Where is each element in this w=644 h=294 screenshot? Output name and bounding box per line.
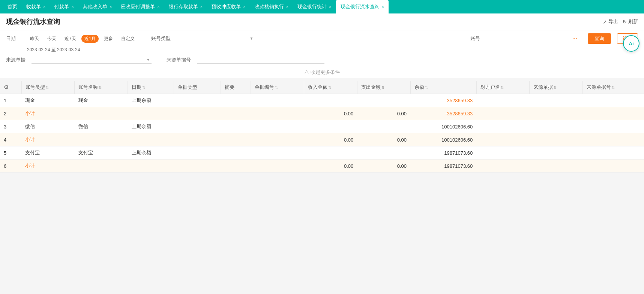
sort-date-icon[interactable]: ⇅ bbox=[142, 85, 145, 90]
collapse-bar[interactable]: △ 收起更多条件 bbox=[6, 67, 638, 76]
td-account-type: 支付宝 bbox=[21, 146, 75, 160]
td-doc-no bbox=[251, 160, 304, 173]
td-balance: -3528659.33 bbox=[410, 94, 476, 107]
date-btn-more[interactable]: 更多 bbox=[101, 35, 116, 43]
td-income: 0.00 bbox=[304, 107, 357, 120]
sort-expense-icon[interactable]: ⇅ bbox=[381, 85, 384, 90]
close-receipt-verify-icon[interactable]: × bbox=[286, 4, 288, 9]
td-balance: -3528659.33 bbox=[410, 107, 476, 120]
close-receipts-icon[interactable]: × bbox=[43, 4, 45, 9]
sort-counterpart-icon[interactable]: ⇅ bbox=[501, 85, 504, 90]
refresh-button[interactable]: ↻ 刷新 bbox=[623, 18, 638, 25]
date-btn-today[interactable]: 今天 bbox=[44, 35, 59, 43]
sort-source-doc-icon[interactable]: ⇅ bbox=[554, 85, 557, 90]
close-bank-deposit-icon[interactable]: × bbox=[200, 4, 203, 9]
td-account-name bbox=[75, 160, 128, 173]
table-settings-icon[interactable]: ⚙ bbox=[4, 84, 9, 90]
td-no: 3 bbox=[0, 120, 21, 133]
td-income bbox=[304, 94, 357, 107]
date-btn-7days[interactable]: 近7天 bbox=[62, 35, 79, 43]
date-btn-custom[interactable]: 自定义 bbox=[118, 35, 138, 43]
td-counterpart bbox=[476, 120, 530, 133]
td-source-doc-no bbox=[583, 120, 644, 133]
td-source-doc bbox=[530, 120, 583, 133]
nav-receipts[interactable]: 收款单 × bbox=[22, 0, 50, 13]
table-row: 6 小计 0.00 0.00 19871073.60 bbox=[0, 160, 644, 173]
source-doc-label: 来源单据 bbox=[6, 57, 26, 63]
td-doc-no bbox=[251, 120, 304, 133]
td-summary bbox=[221, 94, 251, 107]
nav-bank-deposit[interactable]: 银行存取款单 × bbox=[164, 0, 207, 13]
ai-assistant-button[interactable]: Ai bbox=[623, 35, 639, 52]
source-doc-no-input[interactable] bbox=[197, 56, 324, 64]
nav-ar-ap-adjust[interactable]: 应收应付调整单 × bbox=[116, 0, 164, 13]
date-btn-1month[interactable]: 近1月 bbox=[81, 35, 99, 43]
th-summary: 摘要 bbox=[221, 81, 251, 94]
filter-row-1: 日期 昨天 今天 近7天 近1月 更多 自定义 账号类型 现金 微信 支付宝 ▼… bbox=[6, 33, 638, 44]
td-no: 2 bbox=[0, 107, 21, 120]
td-summary bbox=[221, 107, 251, 120]
td-summary bbox=[221, 120, 251, 133]
sort-source-doc-no-icon[interactable]: ⇅ bbox=[612, 85, 615, 90]
td-expense: 0.00 bbox=[357, 133, 410, 146]
account-type-select[interactable]: 现金 微信 支付宝 bbox=[180, 35, 255, 42]
page-title: 现金银行流水查询 bbox=[6, 17, 60, 26]
td-expense bbox=[357, 120, 410, 133]
close-ar-ap-icon[interactable]: × bbox=[157, 4, 159, 9]
td-counterpart bbox=[476, 107, 530, 120]
source-doc-select[interactable] bbox=[32, 56, 152, 63]
td-summary bbox=[221, 160, 251, 173]
td-counterpart bbox=[476, 133, 530, 146]
td-account-type: 微信 bbox=[21, 120, 75, 133]
close-prepaid-icon[interactable]: × bbox=[243, 4, 245, 9]
td-date: 上期余额 bbox=[128, 120, 174, 133]
td-account-name: 支付宝 bbox=[75, 146, 128, 160]
query-button[interactable]: 查询 bbox=[588, 33, 611, 44]
close-stats-icon[interactable]: × bbox=[329, 4, 331, 9]
nav-prepaid-offset[interactable]: 预收冲应收单 × bbox=[207, 0, 250, 13]
td-account-name: 微信 bbox=[75, 120, 128, 133]
td-doc-type bbox=[174, 146, 221, 160]
top-navigation: 首页 收款单 × 付款单 × 其他收入单 × 应收应付调整单 × 银行存取款单 … bbox=[0, 0, 644, 13]
td-doc-type bbox=[174, 133, 221, 146]
td-income: 0.00 bbox=[304, 160, 357, 173]
th-account-type: 账号类型 ⇅ bbox=[21, 81, 75, 94]
export-button[interactable]: ↗ 导出 bbox=[603, 18, 618, 25]
sort-account-type-icon[interactable]: ⇅ bbox=[46, 85, 49, 90]
nav-home[interactable]: 首页 bbox=[3, 0, 22, 13]
th-account-name: 账号名称 ⇅ bbox=[75, 81, 128, 94]
td-account-name: 现金 bbox=[75, 94, 128, 107]
nav-other-income[interactable]: 其他收入单 × bbox=[78, 0, 116, 13]
td-doc-no bbox=[251, 133, 304, 146]
th-source-doc-no: 来源单据号 ⇅ bbox=[583, 81, 644, 94]
header-actions: ↗ 导出 ↻ 刷新 bbox=[603, 18, 638, 25]
nav-receipt-verify[interactable]: 收款核销执行 × bbox=[250, 0, 293, 13]
nav-cash-bank-flow[interactable]: 现金银行流水查询 × bbox=[336, 0, 389, 13]
table-body: 1 现金 现金 上期余额 -3528659.33 2 小计 0.00 0.00 … bbox=[0, 94, 644, 173]
filter-row-2: 来源单据 ▼ 来源单据号 bbox=[6, 56, 638, 64]
td-doc-type bbox=[174, 160, 221, 173]
td-doc-type bbox=[174, 107, 221, 120]
td-balance: 100102606.60 bbox=[410, 133, 476, 146]
td-date bbox=[128, 160, 174, 173]
close-other-income-icon[interactable]: × bbox=[110, 4, 112, 9]
date-btn-yesterday[interactable]: 昨天 bbox=[27, 35, 42, 43]
td-date bbox=[128, 107, 174, 120]
table-row: 3 微信 微信 上期余额 100102606.60 bbox=[0, 120, 644, 133]
sort-account-name-icon[interactable]: ⇅ bbox=[99, 85, 102, 90]
sort-doc-no-icon[interactable]: ⇅ bbox=[275, 85, 278, 90]
td-source-doc bbox=[530, 160, 583, 173]
date-range-text: 2023-02-24 至 2023-03-24 bbox=[27, 47, 80, 52]
sort-income-icon[interactable]: ⇅ bbox=[328, 85, 331, 90]
nav-payments[interactable]: 付款单 × bbox=[50, 0, 78, 13]
account-dots-button[interactable]: ··· bbox=[571, 35, 579, 42]
th-doc-no: 单据编号 ⇅ bbox=[251, 81, 304, 94]
close-payments-icon[interactable]: × bbox=[71, 4, 74, 9]
td-account-type: 小计 bbox=[21, 133, 75, 146]
th-balance: 余额 ⇅ bbox=[410, 81, 476, 94]
nav-cash-bank-stats[interactable]: 现金银行统计 × bbox=[293, 0, 336, 13]
close-flow-icon[interactable]: × bbox=[382, 4, 384, 9]
td-balance: 19871073.60 bbox=[410, 160, 476, 173]
sort-balance-icon[interactable]: ⇅ bbox=[425, 85, 428, 90]
account-input[interactable] bbox=[494, 35, 562, 42]
